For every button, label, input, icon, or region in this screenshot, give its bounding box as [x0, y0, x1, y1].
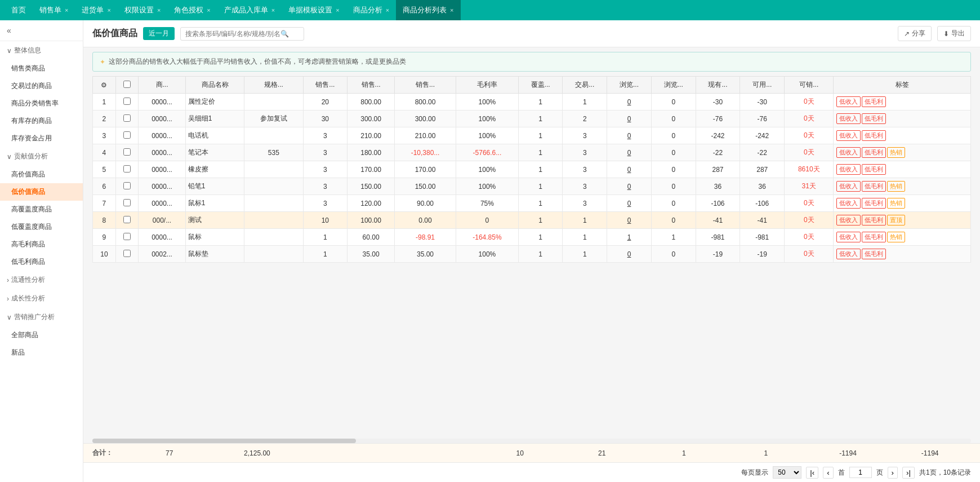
col-qty[interactable]: 销售... [303, 77, 348, 94]
row-checkbox[interactable] [123, 182, 131, 189]
sidebar-item-high-margin[interactable]: 高毛利商品 [0, 236, 83, 253]
row-view1[interactable]: 0 [607, 178, 652, 195]
col-trade[interactable]: 交易... [563, 77, 607, 94]
sidebar-group-overview[interactable]: ∨ 整体信息 [0, 41, 83, 60]
row-checkbox[interactable] [123, 148, 131, 156]
nav-purchase[interactable]: 进货单 × [75, 0, 117, 20]
nav-template[interactable]: 单据模板设置 × [282, 0, 346, 20]
row-sale2: 300.00 [394, 110, 456, 127]
col-sale2[interactable]: 销售... [394, 77, 456, 94]
horizontal-scrollbar[interactable] [92, 439, 971, 443]
row-view1[interactable]: 0 [607, 246, 652, 263]
row-view1[interactable]: 0 [607, 195, 652, 212]
prev-page-button[interactable]: ‹ [823, 467, 833, 479]
select-all-checkbox[interactable] [123, 81, 131, 88]
row-checkbox[interactable] [123, 250, 131, 257]
close-icon[interactable]: × [207, 7, 210, 14]
row-checkbox[interactable] [123, 233, 131, 240]
row-stock2: -41 [740, 212, 785, 229]
sidebar-item-category-rate[interactable]: 商品分类销售率 [0, 95, 83, 112]
first-page-button[interactable]: |‹ [806, 467, 818, 479]
row-code: 0000... [139, 127, 186, 144]
sidebar-group-flow[interactable]: › 流通性分析 [0, 271, 83, 289]
row-view1[interactable]: 0 [607, 110, 652, 127]
sidebar-item-sales-goods[interactable]: 销售类商品 [0, 60, 83, 77]
row-trade: 1 [563, 94, 607, 110]
table-wrapper[interactable]: ⚙ 商... 商品名称 规格... 销售... 销售... 销售... 毛利率 … [83, 76, 980, 439]
nav-product-analysis[interactable]: 商品分析 × [346, 0, 396, 20]
sidebar-item-capital-usage[interactable]: 库存资金占用 [0, 130, 83, 147]
sidebar-item-low-value[interactable]: 低价值商品 [0, 183, 83, 201]
col-checkbox[interactable] [115, 77, 138, 94]
row-checkbox[interactable] [123, 199, 131, 206]
nav-role[interactable]: 角色授权 × [167, 0, 217, 20]
row-tags: 低收入低毛利热销 [834, 195, 971, 212]
collapse-sidebar-button[interactable]: « [5, 24, 14, 37]
col-stock1[interactable]: 现有... [696, 77, 740, 94]
row-days: 0天 [785, 229, 834, 246]
row-checkbox[interactable] [123, 98, 131, 105]
share-button[interactable]: ↗ 分享 [898, 26, 932, 41]
sidebar-group-growth[interactable]: › 成长性分析 [0, 289, 83, 308]
row-view1[interactable]: 0 [607, 144, 652, 161]
col-spec[interactable]: 规格... [244, 77, 303, 94]
row-checkbox[interactable] [123, 131, 131, 139]
col-name[interactable]: 商品名称 [185, 77, 244, 94]
col-view1[interactable]: 浏览... [607, 77, 652, 94]
sidebar-item-low-margin[interactable]: 低毛利商品 [0, 253, 83, 271]
close-icon[interactable]: × [65, 7, 68, 14]
row-checkbox[interactable] [123, 216, 131, 223]
row-coverage: 1 [518, 229, 563, 246]
per-page-select[interactable]: 50 100 200 [773, 466, 801, 479]
next-page-button[interactable]: › [888, 467, 898, 479]
nav-product-analysis-list[interactable]: 商品分析列表 × [396, 0, 460, 20]
close-icon[interactable]: × [336, 7, 339, 14]
close-icon[interactable]: × [107, 7, 110, 14]
row-view1[interactable]: 0 [607, 161, 652, 178]
last-page-button[interactable]: ›| [902, 467, 915, 479]
nav-sales[interactable]: 销售单 × [33, 0, 75, 20]
close-icon[interactable]: × [386, 7, 389, 14]
row-sale2: 0.00 [394, 212, 456, 229]
row-view1[interactable]: 1 [607, 229, 652, 246]
col-view2[interactable]: 浏览... [651, 77, 696, 94]
row-gross: -5766.6... [456, 144, 519, 161]
row-checkbox[interactable] [123, 165, 131, 173]
col-days[interactable]: 可销... [785, 77, 834, 94]
sidebar-group-contribution[interactable]: ∨ 贡献值分析 [0, 147, 83, 166]
nav-permission[interactable]: 权限设置 × [118, 0, 167, 20]
col-coverage[interactable]: 覆盖... [518, 77, 563, 94]
row-gross: 100% [456, 94, 519, 110]
table-row: 70000...鼠标13120.0090.0075%1300-106-1060天… [93, 195, 971, 212]
row-coverage: 1 [518, 246, 563, 263]
sidebar-item-high-coverage[interactable]: 高覆盖度商品 [0, 201, 83, 218]
col-stock2[interactable]: 可用... [740, 77, 785, 94]
sidebar-item-stocked-goods[interactable]: 有库存的商品 [0, 112, 83, 130]
row-tags: 低收入低毛利 [834, 246, 971, 263]
col-settings[interactable]: ⚙ [93, 77, 116, 94]
search-icon[interactable]: 🔍 [280, 30, 289, 38]
sidebar-item-low-coverage[interactable]: 低覆盖度商品 [0, 218, 83, 236]
nav-home[interactable]: 首页 [5, 0, 33, 20]
sidebar-item-new-goods[interactable]: 新品 [0, 344, 83, 361]
sidebar-item-traded-goods[interactable]: 交易过的商品 [0, 77, 83, 95]
sidebar-group-marketing[interactable]: ∨ 营销推广分析 [0, 308, 83, 326]
filter-button[interactable]: 近一月 [143, 27, 175, 40]
col-gross[interactable]: 毛利率 [456, 77, 519, 94]
col-tags[interactable]: 标签 [834, 77, 971, 94]
sidebar-item-all-goods[interactable]: 全部商品 [0, 326, 83, 344]
row-view1[interactable]: 0 [607, 94, 652, 110]
row-gross: 75% [456, 195, 519, 212]
export-button[interactable]: ⬇ 导出 [937, 26, 971, 41]
sidebar-item-high-value[interactable]: 高价值商品 [0, 166, 83, 183]
row-view1[interactable]: 0 [607, 212, 652, 229]
page-number-input[interactable] [849, 467, 872, 478]
row-checkbox[interactable] [123, 114, 131, 122]
col-code[interactable]: 商... [139, 77, 186, 94]
nav-product-entry[interactable]: 产成品入库单 × [217, 0, 282, 20]
close-icon[interactable]: × [271, 7, 275, 14]
col-sale1[interactable]: 销售... [348, 77, 395, 94]
row-view1[interactable]: 0 [607, 127, 652, 144]
close-icon[interactable]: × [450, 7, 453, 14]
close-icon[interactable]: × [157, 7, 161, 14]
